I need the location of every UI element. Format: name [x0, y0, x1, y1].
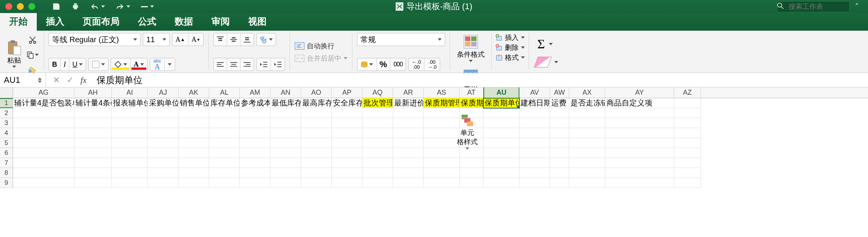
cell-AM6[interactable]: [240, 148, 270, 158]
cell-AH5[interactable]: [74, 138, 112, 148]
cell-AG7[interactable]: [13, 158, 74, 168]
formula-input[interactable]: [93, 74, 868, 86]
cell-AZ7[interactable]: [674, 158, 701, 168]
cell-AJ4[interactable]: [148, 128, 179, 138]
cell-AG2[interactable]: [13, 108, 74, 118]
fx-button[interactable]: fx: [80, 75, 87, 85]
cell-AI3[interactable]: [112, 118, 148, 128]
decrease-indent-button[interactable]: [257, 58, 271, 71]
col-header-AR[interactable]: AR: [393, 87, 424, 98]
cell-AU5[interactable]: [483, 138, 519, 148]
percent-button[interactable]: %: [377, 58, 391, 71]
cell-AO2[interactable]: [301, 108, 332, 118]
cell-AQ6[interactable]: [362, 148, 393, 158]
col-header-AM[interactable]: AM: [240, 87, 270, 98]
bold-button[interactable]: B: [49, 58, 61, 71]
cell-AT5[interactable]: [460, 138, 483, 148]
cell-AM4[interactable]: [240, 128, 270, 138]
redo-dropdown-icon[interactable]: [126, 5, 130, 8]
cell-AZ8[interactable]: [674, 168, 701, 178]
cell-AT4[interactable]: [460, 128, 483, 138]
redo-button[interactable]: [116, 3, 130, 10]
autosum-button[interactable]: Σ: [536, 37, 547, 51]
merge-center-button[interactable]: 合并后居中: [295, 54, 347, 63]
cell-AO5[interactable]: [301, 138, 332, 148]
cell-AP7[interactable]: [332, 158, 362, 168]
cell-AZ1[interactable]: [674, 98, 701, 108]
cell-AG8[interactable]: [13, 168, 74, 178]
cell-AN3[interactable]: [270, 118, 301, 128]
cell-AV4[interactable]: [519, 128, 550, 138]
cell-AM5[interactable]: [240, 138, 270, 148]
cell-AM1[interactable]: 参考成本: [240, 98, 270, 108]
cell-AT8[interactable]: [460, 168, 483, 178]
maximize-window-button[interactable]: [28, 3, 35, 10]
cell-AK1[interactable]: 销售单位: [179, 98, 209, 108]
cell-AH9[interactable]: [74, 178, 112, 188]
cell-AJ9[interactable]: [148, 178, 179, 188]
cell-AZ2[interactable]: [674, 108, 701, 118]
cut-button[interactable]: [26, 35, 39, 46]
cell-AQ3[interactable]: [362, 118, 393, 128]
cell-AJ3[interactable]: [148, 118, 179, 128]
cell-AU6[interactable]: [483, 148, 519, 158]
tab-review[interactable]: 审阅: [202, 12, 239, 31]
tab-view[interactable]: 视图: [239, 12, 276, 31]
cell-AS1[interactable]: 保质期管理: [424, 98, 460, 108]
cell-AH8[interactable]: [74, 168, 112, 178]
cell-AP3[interactable]: [332, 118, 362, 128]
row-header-5[interactable]: 5: [0, 138, 13, 148]
align-bottom-button[interactable]: [241, 33, 254, 46]
cell-AK5[interactable]: [179, 138, 209, 148]
cell-AX4[interactable]: [569, 128, 605, 138]
print-button[interactable]: [71, 2, 80, 11]
cell-AL7[interactable]: [209, 158, 240, 168]
col-header-AU[interactable]: AU: [483, 87, 519, 98]
cell-AJ8[interactable]: [148, 168, 179, 178]
cell-AT1[interactable]: 保质期: [460, 98, 483, 108]
cell-AX1[interactable]: 是否走冻链: [569, 98, 605, 108]
align-middle-button[interactable]: [227, 33, 241, 46]
cell-AJ6[interactable]: [148, 148, 179, 158]
cell-AU3[interactable]: [483, 118, 519, 128]
minimize-window-button[interactable]: [17, 3, 24, 10]
cell-AQ1[interactable]: 批次管理: [362, 98, 393, 108]
cell-AR5[interactable]: [393, 138, 424, 148]
cell-AL1[interactable]: 库存单位: [209, 98, 240, 108]
cell-AI8[interactable]: [112, 168, 148, 178]
cell-AH3[interactable]: [74, 118, 112, 128]
cell-AR7[interactable]: [393, 158, 424, 168]
save-button[interactable]: [52, 2, 61, 11]
col-header-AL[interactable]: AL: [209, 87, 240, 98]
cell-AR8[interactable]: [393, 168, 424, 178]
cell-AL3[interactable]: [209, 118, 240, 128]
cell-AK2[interactable]: [179, 108, 209, 118]
col-header-AT[interactable]: AT: [460, 87, 483, 98]
cell-AS3[interactable]: [424, 118, 460, 128]
cell-AI2[interactable]: [112, 108, 148, 118]
cell-AS9[interactable]: [424, 178, 460, 188]
increase-decimal-button[interactable]: ←.0.00: [409, 58, 424, 71]
cell-AZ3[interactable]: [674, 118, 701, 128]
cell-AO9[interactable]: [301, 178, 332, 188]
cell-AW2[interactable]: [550, 108, 569, 118]
increase-indent-button[interactable]: [271, 58, 285, 71]
namebox-up[interactable]: [38, 77, 42, 80]
cell-AU2[interactable]: [483, 108, 519, 118]
row-header-9[interactable]: 9: [0, 178, 13, 188]
cell-AM7[interactable]: [240, 158, 270, 168]
close-window-button[interactable]: [5, 3, 12, 10]
insert-cells-button[interactable]: 插入: [496, 33, 525, 42]
cell-AL6[interactable]: [209, 148, 240, 158]
row-header-6[interactable]: 6: [0, 148, 13, 158]
cell-AJ2[interactable]: [148, 108, 179, 118]
paste-button[interactable]: 粘贴: [5, 40, 24, 68]
cell-AS4[interactable]: [424, 128, 460, 138]
cell-AV7[interactable]: [519, 158, 550, 168]
cell-AH1[interactable]: 辅计量4条码: [74, 98, 112, 108]
align-left-button[interactable]: [214, 58, 227, 71]
cell-AQ2[interactable]: [362, 108, 393, 118]
cell-AG9[interactable]: [13, 178, 74, 188]
underline-button[interactable]: U: [69, 58, 86, 71]
cell-AW9[interactable]: [550, 178, 569, 188]
